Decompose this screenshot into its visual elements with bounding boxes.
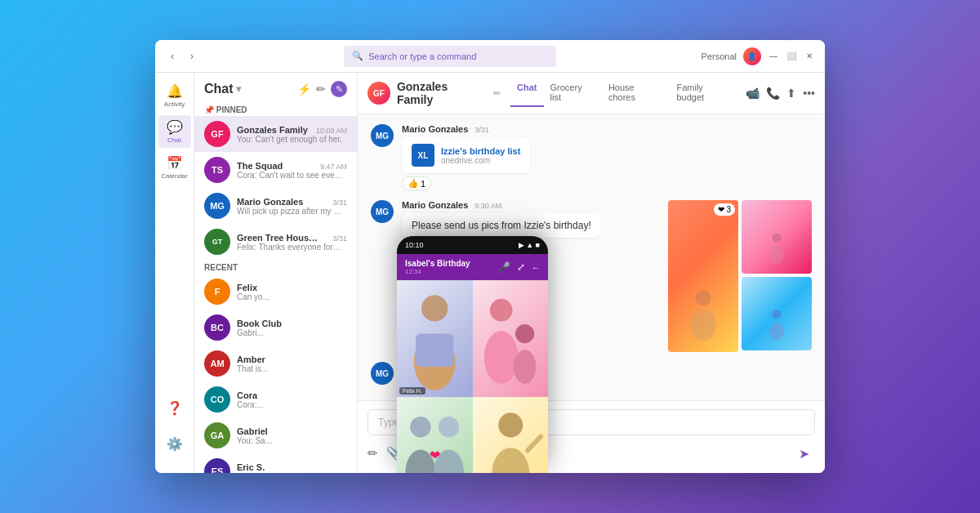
chat-info-green-tree-pta: Green Tree House PTA 3/31 Felix: Thanks … <box>237 233 347 252</box>
svg-point-6 <box>421 295 448 321</box>
file-card[interactable]: XL Izzie's birthday list onedrive.com <box>402 137 530 173</box>
more-options-button[interactable]: ••• <box>803 87 815 100</box>
title-bar-left: ‹ › <box>165 49 199 64</box>
chat-item-mario-gonzales[interactable]: MG Mario Gonzales 3/31 Will pick up pizz… <box>194 188 357 224</box>
chat-info-gonzales-family: Gonzales Family 10:09 AM You: Can't get … <box>237 125 347 144</box>
chat-item-eric[interactable]: ES Eric S. Eric: C... <box>194 453 357 473</box>
settings-icon: ⚙️ <box>167 436 183 452</box>
photo-3[interactable] <box>742 277 812 350</box>
close-button[interactable]: ✕ <box>804 51 815 62</box>
chat-item-gonzales-family[interactable]: GF Gonzales Family 10:09 AM You: Can't g… <box>194 116 357 152</box>
chat-info-eric: Eric S. Eric: C... <box>237 462 347 474</box>
msg-sender-2: Mario Gonzales <box>402 200 468 210</box>
chat-item-the-squad[interactable]: TS The Squad 9:47 AM Cora: Can't wait to… <box>194 152 357 188</box>
chat-info-amber: Amber That is... <box>237 355 347 373</box>
svg-point-0 <box>696 291 711 306</box>
svg-point-1 <box>690 309 715 341</box>
edit-group-icon[interactable]: ✏ <box>493 88 501 99</box>
phone-status-icons: ▶ ▲ ■ <box>519 241 540 249</box>
photo-2[interactable] <box>742 200 812 274</box>
sidebar-item-chat[interactable]: 💬 Chat <box>158 115 191 148</box>
search-bar[interactable]: 🔍 Search or type a command <box>344 46 556 67</box>
compose-icon[interactable]: ✎ <box>331 81 347 97</box>
sidebar-item-activity[interactable]: 🔔 Activity <box>158 79 191 112</box>
phone-video-cell-2 <box>473 280 549 397</box>
nav-back-button[interactable]: ‹ <box>165 49 180 64</box>
chat-list-title: Chat ▾ <box>204 82 241 96</box>
sidebar-item-settings[interactable]: ⚙️ <box>158 427 191 460</box>
phone-overlay: 10:10 ▶ ▲ ■ Isabel's Birthday 12:34 🎤 ⤢ … <box>397 236 548 473</box>
svg-point-2 <box>772 233 781 242</box>
tab-chat[interactable]: Chat <box>510 79 543 107</box>
chat-avatar-the-squad: TS <box>204 157 230 183</box>
send-button[interactable]: ➤ <box>792 442 815 465</box>
chat-info-felix: Felix Can yo... <box>237 283 347 301</box>
header-actions: 📹 📞 ⬆ ••• <box>746 87 815 100</box>
photo-1[interactable]: ❤ 3 <box>668 200 738 352</box>
chat-list: Chat ▾ ⚡ ✏ ✎ 📌 Pinned GF <box>194 73 358 473</box>
message-reaction-1[interactable]: 👍 1 <box>402 176 431 190</box>
tab-house[interactable]: House chores <box>602 79 670 107</box>
svg-point-4 <box>772 310 781 319</box>
svg-point-10 <box>483 331 518 384</box>
user-avatar[interactable]: 👤 <box>743 47 761 65</box>
phone-mute-icon[interactable]: 🎤 <box>498 261 510 273</box>
chat-item-green-tree-pta[interactable]: GT Green Tree House PTA 3/31 Felix: Than… <box>194 224 357 260</box>
calendar-label: Calendar <box>161 172 187 180</box>
svg-rect-8 <box>416 334 453 367</box>
group-avatar: GF <box>368 82 390 105</box>
audio-call-button[interactable]: 📞 <box>766 87 780 100</box>
phone-video-cell-3: ❤ <box>397 397 473 473</box>
msg-avatar-mario-2: MG <box>371 200 394 223</box>
chat-avatar-gabriel: GA <box>204 422 230 448</box>
minimize-button[interactable]: — <box>768 51 779 62</box>
title-bar-right: Personal 👤 — ⬜ ✕ <box>702 47 815 65</box>
file-source: onedrive.com <box>441 156 520 165</box>
chat-item-gabriel[interactable]: GA Gabriel You: Sa... <box>194 417 357 453</box>
filter-icon[interactable]: ⚡ <box>297 83 311 96</box>
phone-video-cell-4: Ashley G. <box>473 397 549 473</box>
sidebar-bottom: ❓ ⚙️ <box>158 391 191 466</box>
svg-line-20 <box>528 436 541 450</box>
personal-label: Personal <box>702 51 737 61</box>
phone-call-title: Isabel's Birthday <box>405 259 470 268</box>
sidebar-item-help[interactable]: ❓ <box>158 391 191 424</box>
msg-time-1: 3/31 <box>474 126 489 134</box>
chat-avatar-felix: F <box>204 279 230 305</box>
chat-item-amber[interactable]: AM Amber That is... <box>194 346 357 381</box>
share-button[interactable]: ⬆ <box>786 87 796 100</box>
help-icon: ❓ <box>167 400 183 416</box>
msg-avatar-mario: MG <box>371 124 394 147</box>
maximize-button[interactable]: ⬜ <box>786 51 797 62</box>
chat-avatar-mario-gonzales: MG <box>204 193 230 219</box>
chat-avatar-book-club: BC <box>204 314 230 341</box>
video-call-button[interactable]: 📹 <box>746 87 760 100</box>
svg-point-12 <box>513 350 536 384</box>
chat-info-gabriel: Gabriel You: Sa... <box>237 426 347 445</box>
chat-avatar-gonzales-family: GF <box>204 121 230 147</box>
phone-expand-icon[interactable]: ⤢ <box>517 261 525 273</box>
svg-point-19 <box>492 448 529 473</box>
msg-content-1: Mario Gonzales 3/31 XL Izzie's birthday … <box>402 124 530 190</box>
activity-icon: 🔔 <box>167 83 183 99</box>
phone-back-icon[interactable]: ← <box>532 263 540 272</box>
tab-grocery[interactable]: Grocery list <box>544 79 602 107</box>
chat-nav-label: Chat <box>167 136 181 144</box>
nav-forward-button[interactable]: › <box>185 49 199 64</box>
search-icon: 🔍 <box>352 51 363 61</box>
chat-item-felix[interactable]: F Felix Can yo... <box>194 274 357 310</box>
phone-call-time: 12:34 <box>405 268 470 275</box>
chat-avatar-cora: CO <box>204 386 230 413</box>
chat-avatar-green-tree-pta: GT <box>204 229 230 255</box>
format-text-button[interactable]: ✏ <box>368 446 378 461</box>
svg-point-13 <box>410 417 430 437</box>
reaction-count-1: 1 <box>421 179 425 189</box>
chat-item-book-club[interactable]: BC Book Club Gabri... <box>194 310 357 346</box>
msg-bubble-2: Please send us pics from Izzie's birthda… <box>402 213 601 238</box>
file-type-icon: XL <box>412 144 434 167</box>
chat-item-cora[interactable]: CO Cora Cora:... <box>194 381 357 417</box>
tab-budget[interactable]: Family budget <box>670 79 739 107</box>
sidebar-item-calendar[interactable]: 📅 Calendar <box>158 151 191 184</box>
new-chat-icon[interactable]: ✏ <box>316 83 326 96</box>
photo-attachment: ❤ 3 <box>668 200 812 352</box>
